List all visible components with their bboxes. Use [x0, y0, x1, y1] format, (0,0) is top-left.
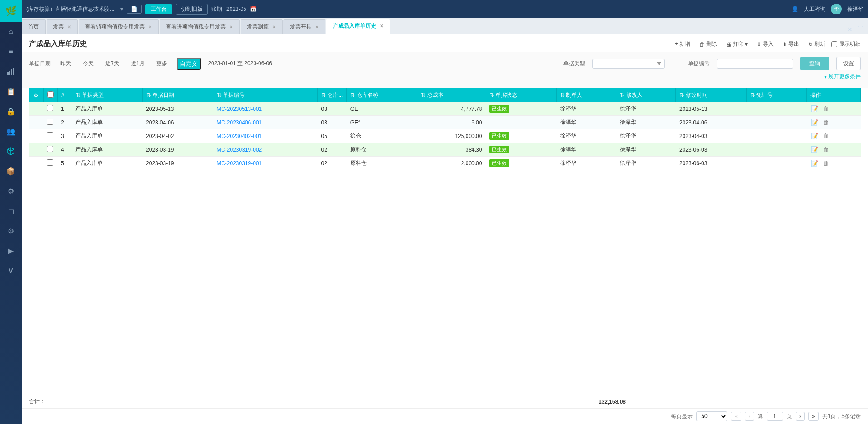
doc-no-input[interactable] — [717, 59, 793, 69]
row-checkbox[interactable] — [47, 119, 53, 125]
sidebar-item-voucher[interactable]: 📋 — [0, 81, 22, 101]
row-doc-no[interactable]: MC-20230319-002 — [213, 143, 317, 157]
row-checkbox[interactable] — [47, 105, 53, 111]
sidebar-item-v[interactable]: V — [0, 261, 22, 281]
col-doc-date[interactable]: ⇅ 单据日期 — [142, 88, 213, 102]
sidebar-item-doc[interactable]: ≡ — [0, 42, 22, 62]
tab-invoice-calc-close[interactable]: ✕ — [272, 24, 276, 29]
col-creator[interactable]: ⇅ 制单人 — [557, 88, 616, 102]
import-btn[interactable]: ⬇ 导入 — [754, 39, 776, 49]
row-checkbox[interactable] — [47, 132, 53, 138]
row-checkbox-cell[interactable] — [43, 102, 57, 116]
sidebar-item-lock[interactable]: 🔒 — [0, 101, 22, 121]
edit-icon[interactable]: 📝 — [811, 105, 818, 112]
last-page-btn[interactable]: » — [808, 412, 819, 421]
doc-no-link[interactable]: MC-20230406-001 — [217, 119, 262, 126]
export-btn[interactable]: ⬆ 导出 — [780, 39, 802, 49]
tab-product-inbound-close[interactable]: ✕ — [380, 24, 383, 29]
tab-invoice-close[interactable]: ✕ — [67, 24, 71, 29]
col-doc-status[interactable]: ⇅ 单据状态 — [486, 88, 556, 102]
delete-row-icon[interactable]: 🗑 — [823, 105, 829, 112]
user-label[interactable]: 徐泽华 — [847, 5, 863, 13]
row-doc-no[interactable]: MC-20230402-001 — [213, 129, 317, 143]
help-label[interactable]: 人工咨询 — [804, 5, 826, 13]
col-modify-time[interactable]: ⇅ 修改时间 — [676, 88, 746, 102]
query-btn[interactable]: 查询 — [800, 57, 829, 70]
next-page-btn[interactable]: › — [796, 412, 805, 421]
doc-no-link[interactable]: MC-20230319-001 — [217, 160, 262, 167]
first-page-btn[interactable]: « — [731, 412, 741, 421]
row-doc-no[interactable]: MC-20230319-001 — [213, 157, 317, 170]
date-more-btn[interactable]: 更多 — [154, 59, 170, 68]
tab-invoice-open[interactable]: 发票开具 ✕ — [283, 19, 326, 34]
sidebar-item-chart[interactable] — [0, 62, 22, 81]
sidebar-item-box[interactable]: ◻ — [0, 201, 22, 221]
doc-type-select[interactable] — [592, 59, 665, 69]
tab-sales-vat[interactable]: 查看销项增值税专用发票 ✕ — [79, 19, 159, 34]
doc-no-link[interactable]: MC-20230513-001 — [217, 106, 262, 112]
col-checkbox[interactable] — [43, 88, 57, 102]
page-size-select[interactable]: 50 20 100 — [696, 411, 727, 421]
prev-page-btn[interactable]: ‹ — [745, 412, 754, 421]
tab-home[interactable]: 首页 — [22, 19, 46, 34]
col-voucher-no[interactable]: ⇅ 凭证号 — [746, 88, 806, 102]
col-doc-type[interactable]: ⇅ 单据类型 — [72, 88, 142, 102]
tab-sales-vat-close[interactable]: ✕ — [148, 24, 152, 29]
tab-product-inbound[interactable]: 产成品入库单历史 ✕ — [326, 19, 390, 34]
date-today-btn[interactable]: 今天 — [80, 59, 96, 68]
doc-icon-btn[interactable]: 📄 — [127, 5, 142, 14]
row-checkbox-cell[interactable] — [43, 129, 57, 143]
sidebar-item-home[interactable]: ⌂ — [0, 22, 22, 42]
row-doc-no[interactable]: MC-20230406-001 — [213, 116, 317, 129]
edit-icon[interactable]: 📝 — [811, 160, 818, 167]
row-checkbox-cell[interactable] — [43, 116, 57, 129]
delete-row-icon[interactable]: 🗑 — [823, 119, 829, 126]
tab-invoice[interactable]: 发票 ✕ — [47, 19, 78, 34]
select-all-checkbox[interactable] — [47, 91, 54, 98]
row-checkbox[interactable] — [47, 146, 53, 152]
tab-purchase-vat-close[interactable]: ✕ — [229, 24, 233, 29]
sidebar-item-product[interactable] — [0, 141, 22, 161]
sidebar-item-warehouse[interactable]: 📦 — [0, 161, 22, 181]
company-dropdown-icon[interactable]: ▾ — [120, 6, 123, 12]
window-minimize-btn[interactable]: ✕ — [846, 25, 854, 34]
date-yesterday-btn[interactable]: 昨天 — [58, 59, 73, 68]
sidebar-item-play[interactable]: ▶ — [0, 241, 22, 261]
tab-invoice-calc[interactable]: 发票测算 ✕ — [241, 19, 283, 34]
col-warehouse-name[interactable]: ⇅ 仓库名称 — [347, 88, 417, 102]
delete-row-icon[interactable]: 🗑 — [823, 133, 829, 139]
doc-no-link[interactable]: MC-20230319-002 — [217, 147, 262, 153]
setting-btn[interactable]: 设置 — [836, 57, 861, 70]
edit-icon[interactable]: 📝 — [811, 133, 818, 139]
row-doc-no[interactable]: MC-20230513-001 — [213, 102, 317, 116]
col-doc-no[interactable]: ⇅ 单据编号 — [213, 88, 317, 102]
col-settings[interactable]: ⚙ — [29, 88, 43, 102]
show-detail-checkbox[interactable] — [831, 41, 837, 47]
row-checkbox-cell[interactable] — [43, 143, 57, 157]
col-warehouse-code[interactable]: ⇅ 仓库... — [317, 88, 346, 102]
print-btn[interactable]: 🖨 打印 ▾ — [723, 39, 750, 49]
date-custom-btn[interactable]: 自定义 — [177, 58, 201, 70]
col-modifier[interactable]: ⇅ 修改人 — [616, 88, 676, 102]
tab-invoice-open-close[interactable]: ✕ — [315, 24, 319, 29]
delete-btn[interactable]: 🗑 删除 — [697, 39, 720, 49]
sidebar-item-config[interactable]: ⚙ — [0, 221, 22, 241]
delete-row-icon[interactable]: 🗑 — [823, 146, 829, 153]
col-total-cost[interactable]: ⇅ 总成本 — [417, 88, 486, 102]
row-checkbox-cell[interactable] — [43, 157, 57, 170]
tab-purchase-vat[interactable]: 查看进项增值税专用发票 ✕ — [160, 19, 240, 34]
calendar-icon[interactable]: 📅 — [250, 6, 257, 12]
edit-icon[interactable]: 📝 — [811, 119, 818, 126]
date-1month-btn[interactable]: 近1月 — [129, 59, 147, 68]
page-number-input[interactable] — [767, 412, 783, 421]
sidebar-item-people[interactable]: 👥 — [0, 121, 22, 141]
window-maximize-btn[interactable]: ⛶ — [856, 25, 864, 34]
switch-version-btn[interactable]: 切到旧版 — [176, 4, 208, 15]
expand-conditions-btn[interactable]: ▾ 展开更多条件 — [824, 73, 861, 81]
show-detail-toggle[interactable]: 显示明细 — [831, 40, 861, 48]
new-btn[interactable]: + 新增 — [672, 39, 693, 49]
delete-row-icon[interactable]: 🗑 — [823, 160, 829, 167]
edit-icon[interactable]: 📝 — [811, 146, 818, 153]
doc-no-link[interactable]: MC-20230402-001 — [217, 133, 262, 139]
row-checkbox[interactable] — [47, 159, 53, 166]
